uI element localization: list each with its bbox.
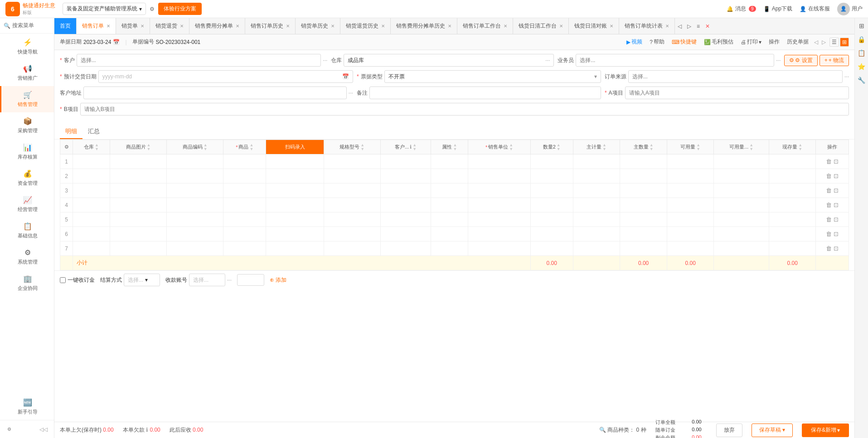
sidebar-item-enterprise[interactable]: 🏢 企业协同 <box>0 270 54 296</box>
tab-sales-order[interactable]: 销售订单 ✕ <box>77 18 116 34</box>
abandon-button[interactable]: 放弃 <box>716 424 742 437</box>
view-video-button[interactable]: ▶ 视频 <box>625 37 644 47</box>
row-copy-icon[interactable]: ⊡ <box>834 158 839 165</box>
online-service-button[interactable]: 👤 在线客服 <box>800 5 830 13</box>
payment-amount-input[interactable]: 0.00 <box>237 274 264 286</box>
tab-sales-order-history[interactable]: 销售订单历史 ✕ <box>245 18 296 34</box>
tab-close-cash-reconcile[interactable]: ✕ <box>610 24 613 29</box>
customer-input[interactable] <box>77 54 321 67</box>
tab-close-sales-fee-history[interactable]: ✕ <box>448 24 451 29</box>
row-delete-icon[interactable]: 🗑 <box>826 158 832 165</box>
card-view-button[interactable]: ⊞ <box>840 38 849 47</box>
th-sales-unit[interactable]: * 销售单位 ▲▼ <box>468 140 530 154</box>
toolbar-prev-button[interactable]: ◁ <box>814 39 818 45</box>
th-stock[interactable]: 现存量 ▲▼ <box>769 140 816 154</box>
right-panel-btn-3[interactable]: 📋 <box>856 47 868 59</box>
customer-more-button[interactable]: ··· <box>323 57 327 63</box>
history-bill-button[interactable]: 历史单据 <box>785 37 810 47</box>
memo-input[interactable] <box>369 87 601 99</box>
sidebar-item-inventory[interactable]: 📊 库存核算 <box>0 139 54 165</box>
save-draft-button[interactable]: 保存草稿 ▾ <box>752 424 793 437</box>
scan-input-button[interactable]: 扫码录入 <box>282 143 308 151</box>
th-available2[interactable]: 可用量... ▲▼ <box>714 140 769 154</box>
sidebar-collapse-button[interactable]: ◁◁ <box>37 423 50 435</box>
industry-plan-button[interactable]: 体验行业方案 <box>158 3 202 15</box>
sidebar-item-finance[interactable]: 💰 资金管理 <box>0 165 54 191</box>
row-delete-icon[interactable]: 🗑 <box>826 202 832 208</box>
row-copy-icon[interactable]: ⊡ <box>834 173 839 179</box>
a-project-input[interactable] <box>625 87 849 99</box>
tab-home[interactable]: 首页 <box>54 18 77 34</box>
row-delete-icon[interactable]: 🗑 <box>826 245 832 252</box>
b-project-input[interactable] <box>80 103 849 116</box>
settings-gear-icon[interactable]: ⚙ <box>150 6 155 12</box>
th-main-quantity[interactable]: 主数量 ▲▼ <box>620 140 667 154</box>
tab-summary[interactable]: 汇总 <box>82 125 105 139</box>
column-settings-icon[interactable]: ⚙ <box>64 144 69 149</box>
warehouse-select[interactable]: 成品库 ··· <box>344 54 554 67</box>
tab-prev-button[interactable]: ◁ <box>675 18 684 34</box>
sidebar-item-marketing[interactable]: 📢 营销推广 <box>0 60 54 86</box>
tab-next-button[interactable]: ▷ <box>684 18 694 34</box>
th-product-image[interactable]: 商品图片 ▲▼ <box>110 140 167 154</box>
th-available[interactable]: 可用量 ▲▼ <box>667 140 714 154</box>
add-logistics-button[interactable]: + + 物流 <box>820 55 849 66</box>
toolbar-next-button[interactable]: ▷ <box>822 39 826 45</box>
tab-cash-daily-workbench[interactable]: 钱货日清工作台 ✕ <box>513 18 569 34</box>
search-products-icon[interactable]: 🔍 <box>599 427 606 433</box>
tab-close-sales-order-workbench[interactable]: ✕ <box>504 24 507 29</box>
tab-close-sales-refund[interactable]: ✕ <box>180 24 184 29</box>
th-product-code[interactable]: 商品编码 ▲▼ <box>167 140 223 154</box>
th-spec[interactable]: 规格型号 ▲▼ <box>324 140 380 154</box>
tab-cash-reconcile[interactable]: 钱货日清对账 ✕ <box>569 18 619 34</box>
calendar-icon[interactable]: 📅 <box>113 39 120 45</box>
tab-sales-fee-split[interactable]: 销售费用分摊单 ✕ <box>189 18 245 34</box>
tab-close-sales-return-history[interactable]: ✕ <box>331 24 335 29</box>
tab-sales-refund-history[interactable]: 销货退货历史 ✕ <box>340 18 391 34</box>
row-copy-icon[interactable]: ⊡ <box>834 216 839 223</box>
print-button[interactable]: 🖨 打印 ▾ <box>739 37 763 47</box>
customer-address-input[interactable] <box>83 87 347 99</box>
app-download-button[interactable]: 📱 App下载 <box>763 5 792 13</box>
row-delete-icon[interactable]: 🗑 <box>826 173 832 179</box>
list-view-button[interactable]: ☰ <box>829 38 839 47</box>
help-button[interactable]: ? 帮助 <box>648 37 666 47</box>
sidebar-item-purchase[interactable]: 📦 采购管理 <box>0 112 54 139</box>
save-new-button[interactable]: 保存&新增 ▾ <box>802 424 849 437</box>
tab-close-all-button[interactable]: ✕ <box>703 18 713 34</box>
right-panel-btn-4[interactable]: ⭐ <box>856 61 868 72</box>
th-gear[interactable]: ⚙ <box>60 140 73 154</box>
delivery-date-input[interactable]: yyyy-mm-dd 📅 <box>98 70 353 83</box>
tab-close-sales-fee-split[interactable]: ✕ <box>236 24 239 29</box>
payment-method-select[interactable]: 选择... ▾ <box>124 274 160 286</box>
th-warehouse[interactable]: 仓库 ▲▼ <box>73 140 110 154</box>
one-click-payment-checkbox[interactable]: 一键收订金 <box>60 276 95 284</box>
row-copy-icon[interactable]: ⊡ <box>834 202 839 208</box>
row-copy-icon[interactable]: ⊡ <box>834 245 839 252</box>
settings-button[interactable]: ⚙ ⚙ 设置 <box>784 55 817 66</box>
row-copy-icon[interactable]: ⊡ <box>834 231 839 237</box>
tab-sales-order-workbench[interactable]: 销售订单工作台 ✕ <box>457 18 513 34</box>
right-panel-btn-5[interactable]: 🔧 <box>856 74 868 86</box>
address-more-button[interactable]: ··· <box>349 90 353 96</box>
tab-menu-button[interactable]: ≡ <box>694 18 703 34</box>
sidebar-item-system[interactable]: ⚙ 系统管理 <box>0 244 54 270</box>
row-delete-icon[interactable]: 🗑 <box>826 187 832 194</box>
sidebar-settings-button[interactable]: ⚙ <box>4 423 15 435</box>
salesperson-input[interactable] <box>576 54 774 67</box>
right-panel-btn-2[interactable]: 🔒 <box>856 34 868 45</box>
shortcut-button[interactable]: ⌨ 快捷键 <box>670 37 698 47</box>
tab-close-cash-daily-workbench[interactable]: ✕ <box>559 24 563 29</box>
sidebar-item-operations[interactable]: 📈 经营管理 <box>0 191 54 217</box>
tab-sales-refund[interactable]: 销货退货 ✕ <box>150 18 189 34</box>
tab-detail[interactable]: 明细 <box>60 125 82 139</box>
add-payment-button[interactable]: ⊕ 添加 <box>270 276 286 284</box>
sidebar-item-quicknav[interactable]: ⚡ 快捷导航 <box>0 34 54 60</box>
th-customer-code[interactable]: 客户... ℹ ▲▼ <box>380 140 431 154</box>
order-source-input[interactable] <box>628 70 843 83</box>
tab-close-sales-summary[interactable]: ✕ <box>665 24 669 29</box>
tab-close-sales-order[interactable]: ✕ <box>107 24 110 29</box>
tab-sales-fee-history[interactable]: 销售费用分摊单历史 ✕ <box>391 18 457 34</box>
tab-sales-summary[interactable]: 销售订单统计表 ✕ <box>619 18 675 34</box>
row-copy-icon[interactable]: ⊡ <box>834 187 839 194</box>
